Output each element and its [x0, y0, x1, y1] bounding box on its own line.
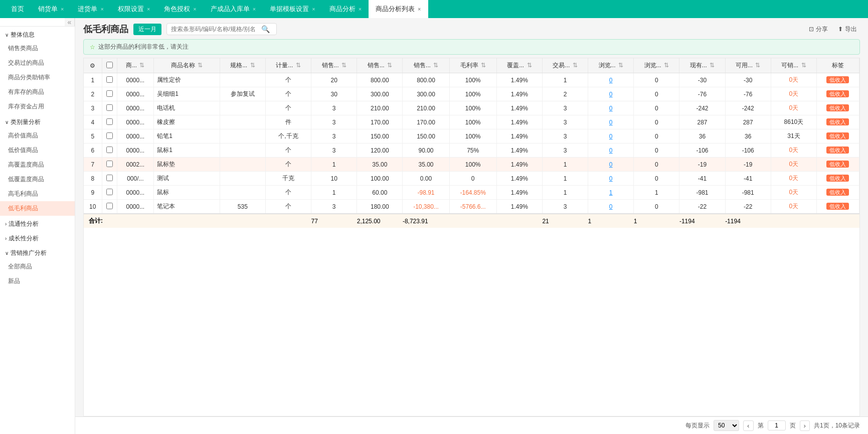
- page-number-input[interactable]: [768, 420, 786, 430]
- col-unit[interactable]: 计量... ⇅: [265, 58, 311, 73]
- close-icon[interactable]: ×: [100, 6, 103, 12]
- col-spec[interactable]: 规格... ⇅: [220, 58, 265, 73]
- sidebar-group-liquidity-header[interactable]: › 流通性分析: [0, 216, 75, 230]
- cell-sales-qty: 30: [311, 87, 357, 101]
- row-checkbox[interactable]: [106, 132, 113, 139]
- search-input[interactable]: [171, 26, 261, 33]
- sidebar-item-low-value[interactable]: 低价值商品: [0, 143, 75, 158]
- nav-home[interactable]: 首页: [4, 0, 31, 18]
- col-name[interactable]: 商品名称 ⇅: [154, 58, 220, 73]
- cell-coverage: 1.49%: [496, 87, 542, 101]
- nav-permissions[interactable]: 权限设置 ×: [111, 0, 157, 18]
- close-icon[interactable]: ×: [61, 6, 64, 12]
- sidebar-collapse-button[interactable]: «: [65, 18, 75, 26]
- sidebar-item-category-sales-rate[interactable]: 商品分类助销率: [0, 70, 75, 85]
- col-settings[interactable]: ⚙: [84, 58, 102, 73]
- cell-views1[interactable]: 0: [588, 200, 634, 214]
- prev-page-button[interactable]: ‹: [743, 420, 753, 431]
- nav-purchase[interactable]: 进货单 ×: [71, 0, 110, 18]
- select-all-checkbox[interactable]: [106, 62, 113, 68]
- share-button[interactable]: ⊡ 分享: [806, 24, 831, 35]
- close-icon[interactable]: ×: [359, 6, 362, 12]
- cell-checkbox[interactable]: [102, 101, 117, 115]
- col-transactions[interactable]: 交易... ⇅: [542, 58, 588, 73]
- per-page-select[interactable]: 50 100 200: [714, 420, 739, 431]
- row-checkbox[interactable]: [106, 76, 113, 83]
- row-checkbox[interactable]: [106, 90, 113, 97]
- close-icon[interactable]: ×: [193, 6, 196, 12]
- cell-checkbox[interactable]: [102, 186, 117, 200]
- row-checkbox[interactable]: [106, 104, 113, 111]
- row-checkbox[interactable]: [106, 175, 113, 181]
- cell-views1[interactable]: 0: [588, 129, 634, 143]
- col-saleable[interactable]: 可销... ⇅: [771, 58, 816, 73]
- sidebar-group-general-header[interactable]: ∨ 整体信息: [0, 27, 75, 41]
- close-icon[interactable]: ×: [418, 6, 421, 12]
- col-views2[interactable]: 浏览... ⇅: [634, 58, 679, 73]
- col-sales-amount[interactable]: 销售... ⇅: [403, 58, 449, 73]
- cell-views1[interactable]: 1: [588, 186, 634, 200]
- sidebar-group-growth-header[interactable]: › 成长性分析: [0, 230, 75, 245]
- search-icon[interactable]: 🔍: [261, 25, 270, 33]
- col-tag[interactable]: 标签: [816, 58, 859, 73]
- close-icon[interactable]: ×: [312, 6, 315, 12]
- sidebar-item-stocked-products[interactable]: 有库存的商品: [0, 85, 75, 99]
- sidebar-item-high-margin[interactable]: 高毛利商品: [0, 187, 75, 201]
- cell-checkbox[interactable]: [102, 73, 117, 87]
- nav-role-auth[interactable]: 角色授权 ×: [157, 0, 203, 18]
- cell-checkbox[interactable]: [102, 115, 117, 129]
- col-coverage[interactable]: 覆盖... ⇅: [496, 58, 542, 73]
- nav-product-analysis-list[interactable]: 商品分析列表 ×: [369, 0, 428, 18]
- cell-sales-price: 35.00: [357, 158, 403, 172]
- sidebar-item-sales-products[interactable]: 销售类商品: [0, 41, 75, 56]
- cell-views1[interactable]: 0: [588, 73, 634, 87]
- cell-views1[interactable]: 0: [588, 143, 634, 158]
- nav-template-settings[interactable]: 单据模板设置 ×: [263, 0, 322, 18]
- sidebar-group-marketing-header[interactable]: ∨ 营销推广分析: [0, 245, 75, 259]
- cell-views1[interactable]: 0: [588, 172, 634, 186]
- cell-checkbox[interactable]: [102, 172, 117, 186]
- cell-checkbox[interactable]: [102, 129, 117, 143]
- export-button[interactable]: ⬆ 导出: [835, 24, 860, 35]
- next-page-button[interactable]: ›: [800, 420, 810, 431]
- col-current-stock[interactable]: 现有... ⇅: [679, 58, 725, 73]
- sidebar-item-low-coverage[interactable]: 低覆盖度商品: [0, 172, 75, 187]
- col-sales-price[interactable]: 销售... ⇅: [357, 58, 403, 73]
- cell-checkbox[interactable]: [102, 158, 117, 172]
- cell-name: 铅笔1: [154, 129, 220, 143]
- cell-views1[interactable]: 0: [588, 101, 634, 115]
- cell-views1[interactable]: 0: [588, 87, 634, 101]
- sidebar-item-high-value[interactable]: 高价值商品: [0, 128, 75, 143]
- row-checkbox[interactable]: [106, 161, 113, 167]
- col-gross-margin[interactable]: 毛利率 ⇅: [449, 58, 496, 73]
- sidebar-item-all-products[interactable]: 全部商品: [0, 259, 75, 274]
- cell-views1[interactable]: 0: [588, 115, 634, 129]
- nav-product-storage[interactable]: 产成品入库单 ×: [204, 0, 263, 18]
- row-checkbox[interactable]: [106, 189, 113, 195]
- nav-product-analysis[interactable]: 商品分析 ×: [322, 0, 369, 18]
- col-available[interactable]: 可用... ⇅: [725, 58, 771, 73]
- sidebar-item-traded-products[interactable]: 交易过的商品: [0, 56, 75, 70]
- sidebar-group-category-header[interactable]: ∨ 类别量分析: [0, 114, 75, 128]
- chevron-right-icon: ›: [5, 221, 7, 227]
- nav-sales-order[interactable]: 销货单 ×: [31, 0, 71, 18]
- cell-checkbox[interactable]: [102, 87, 117, 101]
- totals-views2: 1: [634, 214, 679, 228]
- col-views1[interactable]: 浏览... ⇅: [588, 58, 634, 73]
- sidebar-item-new-products[interactable]: 新品: [0, 274, 75, 288]
- cell-views1[interactable]: 0: [588, 158, 634, 172]
- row-checkbox[interactable]: [106, 147, 113, 153]
- col-checkbox[interactable]: [102, 58, 117, 73]
- close-icon[interactable]: ×: [253, 6, 256, 12]
- cell-checkbox[interactable]: [102, 200, 117, 214]
- sidebar-item-high-coverage[interactable]: 高覆盖度商品: [0, 158, 75, 172]
- col-code[interactable]: 商... ⇅: [117, 58, 154, 73]
- cell-checkbox[interactable]: [102, 143, 117, 158]
- close-icon[interactable]: ×: [147, 6, 150, 12]
- col-sales-qty[interactable]: 销售... ⇅: [311, 58, 357, 73]
- row-checkbox[interactable]: [106, 203, 113, 209]
- sidebar-item-low-margin[interactable]: 低毛利商品: [0, 201, 75, 216]
- row-checkbox[interactable]: [106, 118, 113, 125]
- sidebar-item-inventory-capital[interactable]: 库存资金占用: [0, 99, 75, 114]
- date-filter-button[interactable]: 近一月: [133, 24, 161, 35]
